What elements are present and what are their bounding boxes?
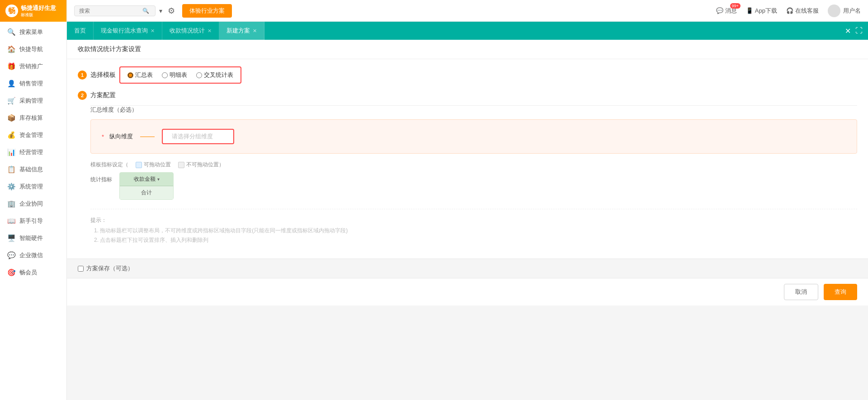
app-name: 畅捷通好生意 bbox=[21, 4, 56, 12]
sidebar-item-marketing[interactable]: 🎁营销推广 bbox=[0, 58, 66, 75]
sidebar-item-member[interactable]: 🎯畅会员 bbox=[0, 264, 66, 281]
download-icon: 📱 bbox=[746, 7, 753, 14]
metrics-col-header[interactable]: 收款金额 ▾ bbox=[120, 173, 173, 186]
step1-number: 1 bbox=[78, 71, 87, 80]
search-box[interactable]: 🔍 bbox=[74, 5, 156, 16]
settings-icon[interactable]: ⚙ bbox=[168, 6, 175, 16]
dimension-title: 汇总维度（必选） bbox=[90, 106, 857, 114]
search-input[interactable] bbox=[79, 8, 142, 14]
page-title: 收款情况统计方案设置 bbox=[78, 45, 141, 52]
sidebar-item-purchase[interactable]: 🛒采购管理 bbox=[0, 92, 66, 109]
tab-newplan-label: 新建方案 bbox=[226, 27, 250, 35]
sidebar-item-quicknav[interactable]: 🏠快捷导航 bbox=[0, 41, 66, 58]
radio-detail-input[interactable] bbox=[162, 72, 168, 78]
sidebar-label-sales: 销售管理 bbox=[19, 80, 43, 88]
query-button[interactable]: 查询 bbox=[824, 284, 857, 300]
config-section: 汇总维度（必选） * 纵向维度 —— 请选择分组维度 bbox=[90, 105, 857, 244]
main-area: 🔍 ▾ ⚙ 体验行业方案 💬 消息 99+ 📱 App下载 🎧 在线客服 用户名 bbox=[67, 0, 868, 400]
sidebar-label-quicknav: 快捷导航 bbox=[19, 45, 43, 53]
tab-newplan[interactable]: 新建方案 ✕ bbox=[219, 22, 264, 40]
dimension-row: * 纵向维度 —— 请选择分组维度 bbox=[102, 129, 846, 144]
tab-receipt-label: 收款情况统计 bbox=[170, 27, 205, 35]
radio-detail[interactable]: 明细表 bbox=[162, 71, 187, 79]
footer-bar: 取消 查询 bbox=[67, 278, 868, 306]
sidebar-item-sales[interactable]: 👤销售管理 bbox=[0, 75, 66, 92]
sidebar-nav: 🔍搜索菜单🏠快捷导航🎁营销推广👤销售管理🛒采购管理📦库存核算💰资金管理📊经营管理… bbox=[0, 22, 66, 400]
download-btn[interactable]: 📱 App下载 bbox=[746, 7, 777, 15]
radio-cross-input[interactable] bbox=[196, 72, 202, 78]
tab-newplan-close[interactable]: ✕ bbox=[253, 28, 257, 34]
tab-cashflow-close[interactable]: ✕ bbox=[151, 28, 155, 34]
sidebar-label-search: 搜索菜单 bbox=[19, 28, 43, 36]
window-controls: ✕ ⛶ bbox=[840, 22, 868, 40]
purchase-icon: 🛒 bbox=[7, 97, 16, 105]
metrics-grid: 统计指标 收款金额 ▾ 合计 bbox=[90, 172, 857, 200]
tab-receipt-close[interactable]: ✕ bbox=[208, 28, 212, 34]
tab-cashflow-label: 现金银行流水查询 bbox=[101, 27, 148, 35]
tab-bar: 首页 现金银行流水查询 ✕ 收款情况统计 ✕ 新建方案 ✕ ✕ ⛶ bbox=[67, 22, 868, 40]
step2-label: 方案配置 bbox=[90, 91, 116, 99]
inventory-icon: 📦 bbox=[7, 114, 16, 122]
sidebar-item-system[interactable]: ⚙️系统管理 bbox=[0, 178, 66, 195]
radio-cross[interactable]: 交叉统计表 bbox=[196, 71, 233, 79]
metrics-label-col: 统计指标 bbox=[90, 172, 112, 200]
tab-home[interactable]: 首页 bbox=[67, 22, 94, 40]
search-dropdown-icon[interactable]: ▾ bbox=[159, 7, 162, 14]
radio-summary[interactable]: 汇总表 bbox=[127, 71, 153, 79]
window-close-icon[interactable]: ✕ bbox=[845, 27, 851, 35]
trial-btn[interactable]: 体验行业方案 bbox=[182, 4, 232, 18]
sidebar-item-operation[interactable]: 📊经营管理 bbox=[0, 144, 66, 161]
sidebar-item-search[interactable]: 🔍搜索菜单 bbox=[0, 24, 66, 41]
sidebar-item-basic[interactable]: 📋基础信息 bbox=[0, 161, 66, 178]
sidebar-label-system: 系统管理 bbox=[19, 183, 43, 191]
service-btn[interactable]: 🎧 在线客服 bbox=[786, 7, 819, 15]
arrow-icon: —— bbox=[140, 132, 155, 141]
top-header: 🔍 ▾ ⚙ 体验行业方案 💬 消息 99+ 📱 App下载 🎧 在线客服 用户名 bbox=[67, 0, 868, 22]
draggable-label: 可拖动位置 bbox=[144, 161, 171, 169]
draggable-item: 可拖动位置 bbox=[136, 161, 171, 169]
newbie-icon: 📖 bbox=[7, 217, 16, 225]
required-star: * bbox=[102, 133, 104, 140]
service-icon: 🎧 bbox=[786, 7, 793, 14]
sidebar-item-enterprise[interactable]: 🏢企业协同 bbox=[0, 195, 66, 212]
operation-icon: 📊 bbox=[7, 148, 16, 156]
metrics-group-label: 统计指标 bbox=[90, 176, 112, 183]
message-icon: 💬 bbox=[716, 7, 723, 14]
tips-section: 提示： 1. 拖动标题栏可以调整布局，不可跨维度或跨指标区域拖动目字段(只能在同… bbox=[90, 209, 857, 244]
sidebar-item-wechat[interactable]: 💬企业微信 bbox=[0, 247, 66, 264]
tab-receipt[interactable]: 收款情况统计 ✕ bbox=[162, 22, 219, 40]
sidebar-item-hardware[interactable]: 🖥️智能硬件 bbox=[0, 230, 66, 247]
message-btn[interactable]: 💬 消息 99+ bbox=[716, 7, 737, 15]
avatar bbox=[828, 5, 840, 17]
member-icon: 🎯 bbox=[7, 268, 16, 277]
page-content: 收款情况统计方案设置 1 选择模板 汇总表 明细表 bbox=[67, 40, 868, 400]
sidebar-item-inventory[interactable]: 📦库存核算 bbox=[0, 109, 66, 127]
message-badge: 99+ bbox=[730, 3, 741, 9]
sidebar-label-inventory: 库存核算 bbox=[19, 114, 43, 122]
metrics-col-header-text: 收款金额 bbox=[134, 175, 156, 183]
basic-icon: 📋 bbox=[7, 165, 16, 174]
sales-icon: 👤 bbox=[7, 80, 16, 88]
tips-title: 提示： bbox=[90, 216, 857, 224]
sidebar-label-operation: 经营管理 bbox=[19, 148, 43, 156]
window-maximize-icon[interactable]: ⛶ bbox=[855, 27, 863, 35]
sidebar-logo: 畅 畅捷通好生意 标准版 bbox=[0, 0, 66, 22]
radio-cross-label: 交叉统计表 bbox=[204, 71, 233, 79]
radio-summary-input[interactable] bbox=[127, 72, 133, 78]
metrics-dropdown-icon[interactable]: ▾ bbox=[157, 177, 160, 182]
sidebar-item-newbie[interactable]: 📖新手引导 bbox=[0, 212, 66, 230]
sidebar-item-finance[interactable]: 💰资金管理 bbox=[0, 127, 66, 144]
step2-number: 2 bbox=[78, 91, 87, 100]
draggable-legend: 模板指标设定（ 可拖动位置 不可拖动位置） bbox=[90, 161, 857, 169]
step1-label: 选择模板 bbox=[90, 71, 116, 79]
user-avatar-area[interactable]: 用户名 bbox=[828, 5, 861, 17]
tab-cashflow[interactable]: 现金银行流水查询 ✕ bbox=[94, 22, 162, 40]
save-checkbox[interactable] bbox=[78, 266, 84, 272]
dimension-select-box[interactable]: 请选择分组维度 bbox=[162, 129, 234, 144]
sidebar: 畅 畅捷通好生意 标准版 🔍搜索菜单🏠快捷导航🎁营销推广👤销售管理🛒采购管理📦库… bbox=[0, 0, 67, 400]
metrics-section: 模板指标设定（ 可拖动位置 不可拖动位置） bbox=[90, 161, 857, 200]
sidebar-label-newbie: 新手引导 bbox=[19, 217, 43, 225]
cancel-button[interactable]: 取消 bbox=[784, 284, 818, 300]
app-logo-icon: 畅 bbox=[5, 5, 18, 17]
step2-section: 2 方案配置 汇总维度（必选） * 纵向维度 —— 请选择分组维度 bbox=[78, 91, 857, 244]
